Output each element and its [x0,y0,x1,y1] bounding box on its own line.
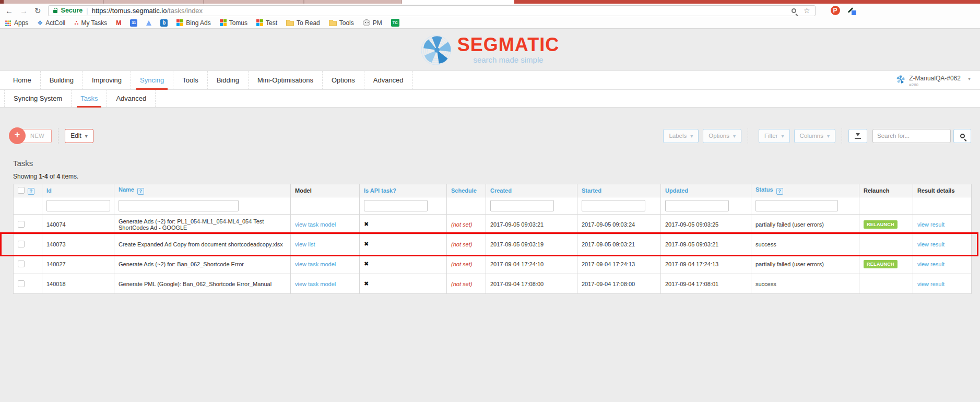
tab-home[interactable]: Home [4,71,41,89]
back-icon[interactable]: ← [5,7,13,15]
cell-select [14,215,42,234]
subtab-tasks[interactable]: Tasks [72,90,107,107]
cell-api: ✖ [360,234,447,254]
select-all-checkbox[interactable] [18,187,25,194]
tab-mini-optimisations[interactable]: Mini-Optimisations [249,71,323,89]
model-link[interactable]: view task model [295,281,336,287]
bookmark-star-icon[interactable]: ☆ [804,7,810,14]
bookmark-tc-badge[interactable]: TC [391,19,399,27]
bookmark-bing[interactable]: b [160,19,168,27]
filter-input-created[interactable] [490,200,554,211]
relaunch-button[interactable]: RELAUNCH [864,260,898,268]
eyedropper-icon[interactable] [847,6,856,15]
tab-tools[interactable]: Tools [173,71,207,89]
search-button[interactable] [953,129,971,143]
bookmark-my-tasks[interactable]: My Tasks [74,19,107,27]
chevron-down-icon [733,133,736,139]
bookmark-pm[interactable]: PM [363,19,382,27]
bookmark-test[interactable]: Test [256,19,277,27]
model-link[interactable]: view list [295,241,315,247]
cell-started: 2017-09-05 09:03:24 [577,215,661,234]
filter-cell-created [486,197,577,215]
model-link[interactable]: view task model [295,261,336,267]
bookmark-tools[interactable]: Tools [329,19,354,27]
bookmark-actcoll[interactable]: ActColl [37,19,65,27]
row-checkbox[interactable] [18,280,25,287]
tab-advanced[interactable]: Advanced [364,71,413,89]
column-label-status[interactable]: Status [755,186,773,193]
logo[interactable]: SEGMATIC search made simple [0,29,980,66]
columns-dropdown-button[interactable]: Columns [794,129,835,143]
filter-cell-result [913,197,972,215]
column-label-created[interactable]: Created [490,187,512,194]
results-summary: Showing 1-4 of 4 items. [13,173,980,180]
view-result-link[interactable]: view result [917,281,944,287]
row-checkbox[interactable] [18,241,25,247]
tab-building[interactable]: Building [41,71,83,89]
sub-navigation: Syncing SystemTasksAdvanced [0,90,980,108]
filter-input-api[interactable] [364,200,428,211]
row-checkbox[interactable] [18,221,25,228]
subtab-syncing-system[interactable]: Syncing System [4,90,72,107]
column-label-api[interactable]: Is API task? [364,187,396,194]
user-menu[interactable]: Z-ManualQA-#062 #280 [896,75,971,87]
filter-input-name[interactable] [119,200,239,211]
help-icon[interactable]: ? [28,188,34,195]
subtab-advanced[interactable]: Advanced [107,90,156,107]
view-result-link[interactable]: view result [917,221,944,228]
bookmark-tomus[interactable]: Tomus [220,19,247,27]
p-badge-icon[interactable]: P [831,6,840,15]
cell-created: 2017-09-04 17:24:10 [486,254,577,274]
search-area [872,129,971,143]
reload-icon[interactable]: ↻ [34,7,41,15]
inactive-tabs[interactable] [4,0,402,4]
tab-improving[interactable]: Improving [83,71,131,89]
filter-input-status[interactable] [755,200,838,211]
column-label-started[interactable]: Started [582,187,601,194]
forward-icon[interactable]: → [20,7,28,15]
chevron-down-icon [782,133,784,139]
column-header-updated: Updated [661,184,751,197]
relaunch-button[interactable]: RELAUNCH [864,220,898,229]
toolbar-separator [58,128,58,144]
column-label-updated[interactable]: Updated [665,187,688,194]
help-icon[interactable]: ? [776,188,783,195]
bookmark-to-read[interactable]: To Read [286,19,320,27]
filter-dropdown-button[interactable]: Filter [759,129,790,143]
export-button[interactable] [848,129,867,143]
view-result-link[interactable]: view result [917,241,944,247]
column-label-name[interactable]: Name [119,186,134,193]
bookmark-analytics-triangle[interactable] [146,20,151,26]
cell-schedule: (not set) [447,234,486,254]
row-checkbox[interactable] [18,261,25,267]
address-bar[interactable]: Secure | https://tomus.segmatic.io/tasks… [48,5,816,16]
model-link[interactable]: view task model [295,221,336,228]
tab-syncing[interactable]: Syncing [131,71,173,89]
cross-icon: ✖ [364,280,369,287]
cell-schedule: (not set) [447,274,486,294]
tab-bidding[interactable]: Bidding [208,71,249,89]
bing-icon: b [160,19,168,27]
labels-dropdown-button[interactable]: Labels [663,129,699,143]
bookmark-apps[interactable]: Apps [5,19,28,27]
cell-started: 2017-09-05 09:03:21 [577,234,661,254]
column-label-schedule[interactable]: Schedule [451,187,477,194]
view-result-link[interactable]: view result [917,261,944,267]
filter-input-id[interactable] [46,200,110,211]
summary-text: Showing [13,173,39,180]
column-header-started: Started [577,184,661,197]
new-button[interactable]: NEW [9,129,52,143]
filter-cell-started [577,197,661,215]
options-dropdown-button[interactable]: Options [703,129,741,143]
tab-options[interactable]: Options [323,71,364,89]
zoom-icon[interactable] [792,8,796,13]
search-input[interactable] [872,129,951,143]
edit-button[interactable]: Edit [65,129,93,143]
bookmark-calendar[interactable]: 31 [130,19,137,27]
bookmark-bing-ads[interactable]: Bing Ads [176,19,210,27]
column-label-id[interactable]: Id [46,187,52,194]
filter-input-updated[interactable] [665,200,729,211]
bookmark-gmail-m[interactable]: M [116,19,121,27]
filter-input-started[interactable] [582,200,645,211]
help-icon[interactable]: ? [137,188,144,195]
